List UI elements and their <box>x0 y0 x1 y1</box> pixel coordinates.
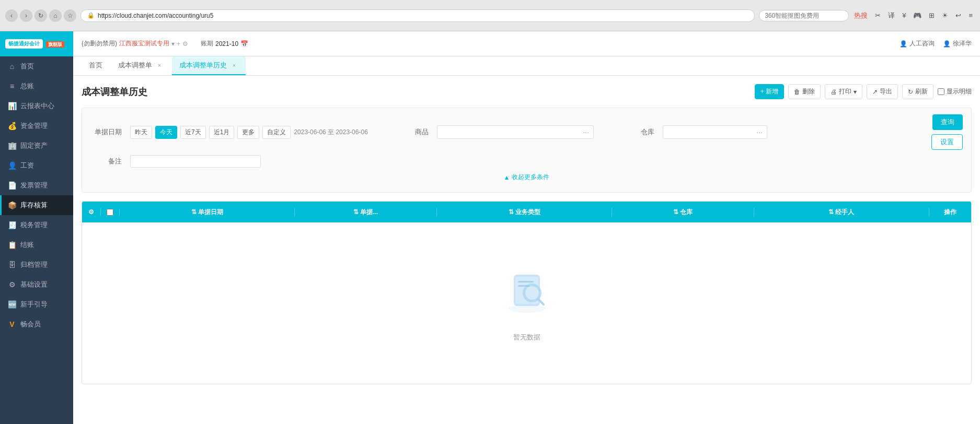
sidebar-item-label: 结账 <box>20 240 34 250</box>
hot-search-label[interactable]: 热搜 <box>852 10 870 21</box>
bookmark-button[interactable]: ☆ <box>64 9 76 22</box>
home-icon: ⌂ <box>8 62 16 70</box>
goods-select[interactable]: ··· <box>437 125 594 139</box>
sidebar-item-tax[interactable]: 🧾 税务管理 <box>0 215 73 235</box>
print-button[interactable]: 🖨 打印 ▾ <box>825 84 862 99</box>
note-input[interactable] <box>130 155 261 168</box>
more-date-btn[interactable]: 更多 <box>237 126 259 139</box>
sidebar-item-label: 首页 <box>20 62 34 71</box>
filter-row-note: 备注 <box>90 155 963 168</box>
tab-cost-adjust-history-label: 成本调整单历史 <box>179 61 227 70</box>
sidebar-item-invoice[interactable]: 📄 发票管理 <box>0 175 73 195</box>
delete-button[interactable]: 🗑 删除 <box>788 84 821 99</box>
th-checkbox[interactable] <box>101 209 120 216</box>
forward-button[interactable]: › <box>20 9 32 22</box>
yesterday-btn[interactable]: 昨天 <box>130 126 152 139</box>
refresh-button[interactable]: ↻ <box>34 9 47 22</box>
show-ledger-input[interactable] <box>938 88 944 95</box>
th-warehouse: ⇅ 仓库 <box>612 208 754 217</box>
add-button[interactable]: + 新增 <box>755 84 784 99</box>
grid-icon[interactable]: ⊞ <box>927 10 937 20</box>
user-menu[interactable]: 👤 徐泽华 <box>943 39 972 48</box>
sidebar-item-label: 基础设置 <box>20 280 48 289</box>
month1-btn[interactable]: 近1月 <box>209 126 235 139</box>
user-avatar-icon: 👤 <box>943 40 951 48</box>
export-button[interactable]: ↗ 导出 <box>867 84 898 99</box>
sort-biztype-icon[interactable]: ⇅ <box>509 208 514 216</box>
empty-illustration <box>501 264 553 326</box>
goods-more-icon[interactable]: ··· <box>583 128 589 136</box>
settings-company-icon[interactable]: ⚙ <box>182 40 188 48</box>
company-selector[interactable]: (勿删勿禁用) 江西服宝测试专用 ▾ + ⚙ <box>82 39 188 48</box>
sort-handler-icon[interactable]: ⇅ <box>828 208 834 216</box>
sidebar-item-inventory[interactable]: 📦 库存核算 <box>0 195 73 215</box>
brightness-icon[interactable]: ☀ <box>940 10 950 20</box>
warehouse-select[interactable]: ··· <box>663 125 767 139</box>
column-settings-icon[interactable]: ⚙ <box>88 208 94 216</box>
days7-btn[interactable]: 近7天 <box>180 126 206 139</box>
calendar-icon[interactable]: 📅 <box>240 40 248 48</box>
consult-button[interactable]: 👤 人工咨询 <box>900 39 935 48</box>
undo-icon[interactable]: ↩ <box>953 10 963 20</box>
logo-line1: 畅捷通好会计 <box>8 40 40 48</box>
sidebar-item-settings[interactable]: ⚙ 基础设置 <box>0 275 73 295</box>
refresh-button[interactable]: ↻ 刷新 <box>902 84 933 99</box>
add-company-icon[interactable]: + <box>177 40 180 48</box>
filter-settings-button[interactable]: 设置 <box>931 134 963 150</box>
collapse-arrow-icon: ▲ <box>504 174 510 181</box>
refresh-icon: ↻ <box>908 88 913 96</box>
browser-search-input[interactable] <box>759 10 849 21</box>
game-icon[interactable]: 🎮 <box>911 10 924 20</box>
th-settings[interactable]: ⚙ <box>82 208 101 216</box>
custom-date-btn[interactable]: 自定义 <box>262 126 291 139</box>
th-warehouse-label: 仓库 <box>680 208 693 217</box>
sidebar-item-ledger[interactable]: ≡ 总账 <box>0 76 73 96</box>
sort-num-icon[interactable]: ⇅ <box>353 208 359 216</box>
sidebar-item-fixed-assets[interactable]: 🏢 固定资产 <box>0 136 73 156</box>
browser-chrome: ‹ › ↻ ⌂ ☆ 🔒 https://cloud.chanjet.com/ac… <box>0 0 980 31</box>
scissors-icon[interactable]: ✂ <box>873 10 883 20</box>
table-container: ⚙ ⇅ 单据日期 ⇅ 单据... ⇅ 业务类型 <box>82 201 972 384</box>
sidebar-item-reports[interactable]: 📊 云报表中心 <box>0 96 73 116</box>
member-icon: V <box>8 320 16 328</box>
menu-icon[interactable]: ≡ <box>966 10 975 20</box>
sort-icon[interactable]: ⇅ <box>191 208 197 216</box>
today-btn[interactable]: 今天 <box>155 126 177 139</box>
back-button[interactable]: ‹ <box>5 9 18 22</box>
sidebar-item-capital[interactable]: 💰 资金管理 <box>0 116 73 136</box>
logo-badge: 旗舰版 <box>46 40 64 48</box>
tab-home[interactable]: 首页 <box>82 56 110 75</box>
tab-cost-adjust-close[interactable]: × <box>155 61 164 69</box>
sidebar-item-guide[interactable]: 🆕 新手引导 <box>0 295 73 314</box>
coin-icon[interactable]: ¥ <box>900 10 908 20</box>
settings-icon: ⚙ <box>8 280 16 289</box>
print-dropdown-icon: ▾ <box>854 88 857 96</box>
show-ledger-checkbox[interactable]: 显示明细 <box>938 87 972 96</box>
home-button[interactable]: ⌂ <box>49 9 62 22</box>
tab-cost-adjust[interactable]: 成本调整单 × <box>111 56 171 75</box>
sort-warehouse-icon[interactable]: ⇅ <box>673 208 678 216</box>
tab-cost-adjust-history-close[interactable]: × <box>230 61 238 69</box>
collapse-filter-button[interactable]: ▲ 收起更多条件 <box>504 173 550 182</box>
date-filter-label: 单据日期 <box>90 127 122 137</box>
svg-point-4 <box>525 286 539 300</box>
select-all-checkbox[interactable] <box>107 209 113 216</box>
sidebar-item-closing[interactable]: 📋 结账 <box>0 235 73 255</box>
sidebar-item-archive[interactable]: 🗄 归档管理 <box>0 255 73 275</box>
sidebar-item-home[interactable]: ⌂ 首页 <box>0 56 73 76</box>
page-header: 成本调整单历史 + 新增 🗑 删除 🖨 打印 ▾ ↗ 导出 <box>82 84 972 99</box>
top-bar-right: 👤 人工咨询 👤 徐泽华 <box>900 39 972 48</box>
query-button[interactable]: 查询 <box>932 114 963 130</box>
period-info: 账期 2021-10 📅 <box>201 39 248 48</box>
sidebar-item-member[interactable]: V 畅会员 <box>0 314 73 334</box>
app-container: 畅捷通好会计 旗舰版 ⌂ 首页 ≡ 总账 📊 云报表中心 💰 资金管理 <box>0 31 980 424</box>
sidebar-item-payroll[interactable]: 👤 工资 <box>0 156 73 175</box>
translate-icon[interactable]: 译 <box>886 10 897 21</box>
sidebar-item-label: 库存核算 <box>20 201 48 210</box>
warehouse-more-icon[interactable]: ··· <box>756 128 763 136</box>
tab-cost-adjust-history[interactable]: 成本调整单历史 × <box>172 56 246 75</box>
export-icon: ↗ <box>872 88 878 96</box>
filter-area: 单据日期 昨天 今天 近7天 近1月 更多 自定义 2023-06-06 至 2… <box>82 108 972 193</box>
th-date: ⇅ 单据日期 <box>120 208 295 217</box>
address-bar[interactable]: 🔒 https://cloud.chanjet.com/accounting/u… <box>80 9 755 22</box>
